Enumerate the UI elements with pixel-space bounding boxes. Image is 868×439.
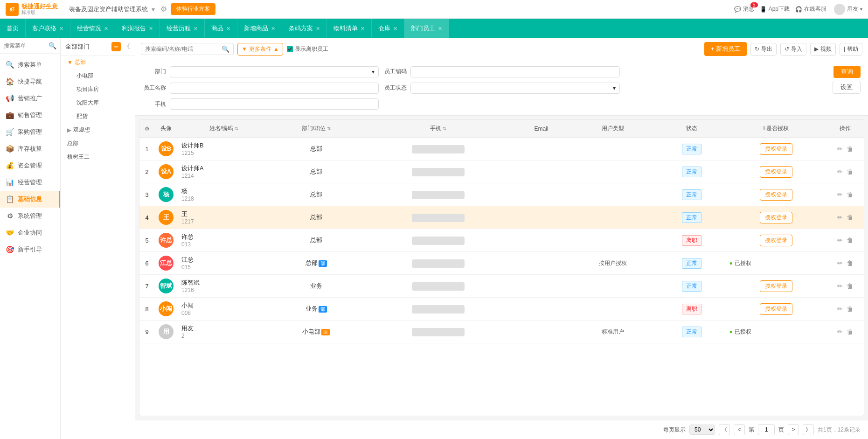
help-button[interactable]: | 帮助	[840, 43, 862, 56]
auth-login-button[interactable]: 授权登录	[760, 189, 792, 201]
dept-node-dual[interactable]: ▶ 双虚想	[61, 123, 135, 137]
auth-login-button[interactable]: 授权登录	[760, 212, 792, 223]
delete-icon[interactable]: 🗑	[847, 191, 853, 198]
dept-filter-select[interactable]: ▾	[170, 66, 379, 77]
next-page-btn[interactable]: >	[788, 424, 799, 435]
sidebar-item-collab[interactable]: 🤝 企业协同	[0, 224, 60, 241]
sidebar-item-marketing[interactable]: 📢 营销推广	[0, 90, 60, 107]
dept-node-small-electric[interactable]: 小电部	[70, 69, 135, 83]
goods-tab-close[interactable]: ✕	[226, 26, 230, 32]
emp-code-input[interactable]	[410, 66, 619, 77]
nav-tab-goods[interactable]: 商品 ✕	[205, 19, 237, 38]
sidebar-item-nav[interactable]: 🏠 快捷导航	[0, 73, 60, 90]
filter-setting-button[interactable]: 设置	[833, 81, 861, 94]
page-input[interactable]	[758, 424, 775, 435]
dept-tree-edit-icon[interactable]: ✏	[111, 42, 121, 51]
th-name[interactable]: 姓名/编码 ⇅	[178, 120, 270, 138]
sidebar-item-inventory[interactable]: 📦 库存核算	[0, 140, 60, 157]
edit-icon[interactable]: ✏	[837, 282, 843, 290]
edit-icon[interactable]: ✏	[837, 259, 843, 267]
dept-staff-tab-close[interactable]: ✕	[438, 26, 442, 32]
edit-icon[interactable]: ✏	[837, 237, 843, 244]
delete-icon[interactable]: 🗑	[847, 305, 853, 313]
add-employee-button[interactable]: + 新增员工	[704, 42, 747, 56]
user-area[interactable]: 用友 ▾	[834, 4, 862, 15]
delete-icon[interactable]: 🗑	[847, 214, 853, 221]
new-goods-tab-close[interactable]: ✕	[271, 26, 275, 32]
emp-name-input[interactable]	[170, 83, 379, 94]
messages-icon-item[interactable]: 💬 消息 5	[734, 5, 754, 13]
status-filter-select[interactable]: ▾	[410, 83, 619, 94]
customers-tab-close[interactable]: ✕	[59, 26, 63, 32]
edit-icon[interactable]: ✏	[837, 214, 843, 221]
dept-node-headquarters[interactable]: 总部	[61, 137, 135, 150]
search-input[interactable]	[145, 46, 220, 52]
delete-icon[interactable]: 🗑	[847, 282, 853, 290]
nav-tab-new-goods[interactable]: 新增商品 ✕	[237, 19, 282, 38]
sidebar-item-system[interactable]: ⚙ 系统管理	[0, 208, 60, 224]
sidebar-item-search[interactable]: 🔍 搜索菜单	[0, 56, 60, 73]
page-size-select[interactable]: 50 100	[689, 425, 715, 435]
auth-login-button[interactable]: 授权登录	[760, 303, 792, 315]
delete-icon[interactable]: 🗑	[847, 328, 853, 335]
delete-icon[interactable]: 🗑	[847, 168, 853, 175]
dept-node-shenyang[interactable]: 沈阳大库	[70, 96, 135, 110]
nav-tab-customers[interactable]: 客户联络 ✕	[26, 19, 70, 38]
sidebar-item-finance[interactable]: 💰 资金管理	[0, 157, 60, 174]
warehouse-tab-close[interactable]: ✕	[393, 26, 397, 32]
dept-node-project[interactable]: 项目库房	[70, 83, 135, 96]
nav-tab-warehouse[interactable]: 仓库 ✕	[372, 19, 404, 38]
more-filter-btn[interactable]: ▼ 更多条件 ▲	[237, 43, 283, 56]
profit-tab-close[interactable]: ✕	[149, 26, 153, 32]
th-settings[interactable]: ⚙	[139, 120, 154, 138]
edit-icon[interactable]: ✏	[837, 168, 843, 175]
show-resigned-checkbox[interactable]	[287, 46, 293, 52]
dept-node-shipping[interactable]: 配货	[70, 110, 135, 123]
nav-tab-home[interactable]: 首页	[0, 19, 26, 38]
import-button[interactable]: ↺ 导入	[780, 43, 806, 56]
prev-page-btn[interactable]: <	[734, 424, 745, 435]
edit-icon[interactable]: ✏	[837, 145, 843, 153]
video-button[interactable]: ▶ 视频	[810, 43, 836, 56]
show-resigned-checkbox-wrap[interactable]: 显示离职员工	[287, 45, 328, 53]
bom-tab-close[interactable]: ✕	[361, 26, 365, 32]
nav-tab-history[interactable]: 经营历程 ✕	[160, 19, 205, 38]
export-button[interactable]: ↻ 导出	[750, 43, 777, 56]
sidebar-item-guide[interactable]: 🎯 新手引导	[0, 241, 60, 258]
settings-icon[interactable]: ⚙	[160, 5, 167, 14]
nav-tab-operations[interactable]: 经营情况 ✕	[70, 19, 115, 38]
sidebar-search-input[interactable]	[4, 42, 47, 49]
dept-node-zhishu[interactable]: 植树王二	[61, 150, 135, 164]
auth-login-button[interactable]: 授权登录	[760, 166, 792, 178]
dept-tree-collapse-icon[interactable]: 《	[124, 42, 130, 51]
edit-icon[interactable]: ✏	[837, 305, 843, 313]
th-phone[interactable]: 手机 ⇅	[362, 120, 514, 138]
auth-login-button[interactable]: 授权登录	[760, 280, 792, 292]
nav-tab-profit[interactable]: 利润报告 ✕	[115, 19, 160, 38]
app-download-item[interactable]: 📱 App下载	[760, 5, 790, 13]
auth-login-button[interactable]: 授权登录	[760, 235, 792, 246]
search-button[interactable]: 查询	[833, 66, 861, 78]
sidebar-item-purchase[interactable]: 🛒 采购管理	[0, 124, 60, 140]
last-page-btn[interactable]: 》	[803, 424, 814, 435]
history-tab-close[interactable]: ✕	[194, 26, 198, 32]
sidebar-item-sales[interactable]: 💼 销售管理	[0, 107, 60, 124]
edit-icon[interactable]: ✏	[837, 191, 843, 198]
sidebar-item-basic[interactable]: 📋 基础信息	[0, 191, 60, 208]
online-service-item[interactable]: 🎧 在线客服	[795, 5, 826, 13]
delete-icon[interactable]: 🗑	[847, 259, 853, 267]
delete-icon[interactable]: 🗑	[847, 237, 853, 244]
search-icon[interactable]: 🔍	[222, 45, 229, 53]
nav-tab-barcode[interactable]: 条码方案 ✕	[282, 19, 327, 38]
nav-tab-dept-staff[interactable]: 部门员工 ✕	[404, 19, 449, 38]
operations-tab-close[interactable]: ✕	[104, 26, 108, 32]
sidebar-item-business[interactable]: 📊 经营管理	[0, 174, 60, 191]
delete-icon[interactable]: 🗑	[847, 145, 853, 153]
nav-tab-bom[interactable]: 物料清单 ✕	[327, 19, 372, 38]
dept-node-all[interactable]: ▼ 总部	[61, 56, 135, 69]
barcode-tab-close[interactable]: ✕	[316, 26, 320, 32]
trial-button[interactable]: 体验行业方案	[171, 3, 215, 15]
phone-input[interactable]	[170, 98, 379, 110]
th-dept[interactable]: 部门/职位 ⇅	[270, 120, 362, 138]
first-page-btn[interactable]: 《	[719, 424, 730, 435]
